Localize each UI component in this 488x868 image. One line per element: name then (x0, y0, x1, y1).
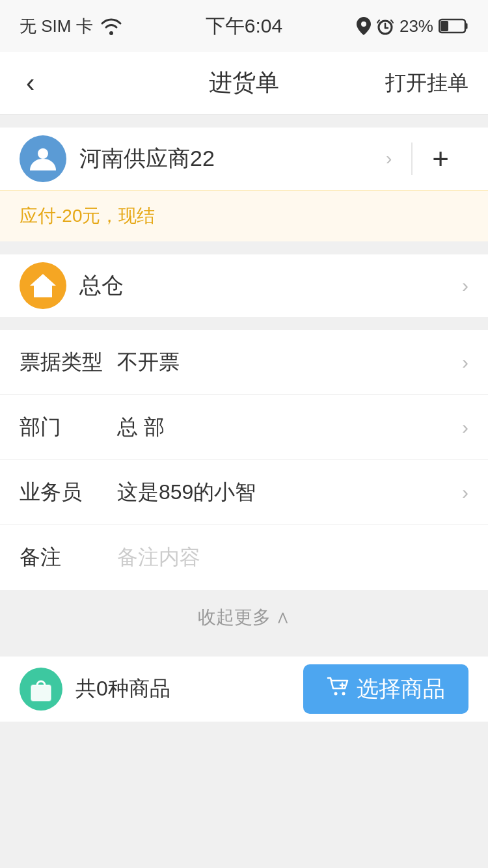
svg-point-5 (38, 148, 48, 159)
status-left: 无 SIM 卡 (20, 15, 123, 38)
gray-fill (0, 722, 488, 868)
cart-icon (327, 677, 350, 701)
select-product-label: 选择商品 (357, 674, 445, 704)
invoice-type-label: 票据类型 (20, 348, 104, 377)
notice-text: 应付-20元，现结 (20, 206, 155, 226)
department-row[interactable]: 部门 总 部 › (0, 395, 488, 460)
collapse-label: 收起更多 ∧ (198, 605, 291, 630)
salesperson-row[interactable]: 业务员 这是859的小智 › (0, 460, 488, 525)
status-time: 下午6:04 (206, 13, 282, 40)
collapse-bar[interactable]: 收起更多 ∧ (0, 591, 488, 644)
open-pending-button[interactable]: 打开挂单 (385, 69, 468, 98)
warehouse-icon-wrap (20, 262, 66, 309)
salesperson-chevron-icon: › (462, 481, 468, 504)
alarm-icon (376, 17, 394, 35)
page-title: 进货单 (209, 67, 279, 99)
svg-point-12 (342, 692, 346, 696)
svg-rect-4 (441, 21, 448, 31)
department-value: 总 部 (117, 413, 462, 442)
content: 河南供应商22 › + 应付-20元，现结 总仓 › 票据类型 不开票 › (0, 128, 488, 868)
person-icon (29, 144, 57, 173)
select-product-button[interactable]: 选择商品 (303, 664, 468, 714)
back-button[interactable]: ‹ (20, 62, 41, 104)
warehouse-row[interactable]: 总仓 › (0, 254, 488, 317)
product-icon-wrap (20, 668, 62, 711)
nav-bar: ‹ 进货单 打开挂单 (0, 52, 488, 115)
svg-rect-10 (31, 685, 51, 701)
salesperson-label: 业务员 (20, 478, 104, 507)
battery-text: 23% (400, 16, 433, 36)
bottom-bar: 共0种商品 选择商品 (0, 657, 488, 722)
department-label: 部门 (20, 413, 104, 442)
salesperson-value: 这是859的小智 (117, 478, 462, 507)
battery-icon (439, 18, 468, 34)
wifi-icon (100, 17, 123, 35)
location-icon (357, 17, 371, 35)
product-icon (28, 676, 54, 702)
warehouse-name: 总仓 (79, 271, 462, 301)
supplier-name: 河南供应商22 (79, 144, 386, 174)
supplier-section: 河南供应商22 › + 应付-20元，现结 (0, 128, 488, 241)
form-section: 票据类型 不开票 › 部门 总 部 › 业务员 这是859的小智 › 备注 备注… (0, 330, 488, 590)
supplier-chevron-icon: › (386, 148, 392, 169)
warehouse-chevron-icon: › (462, 275, 468, 297)
invoice-type-row[interactable]: 票据类型 不开票 › (0, 330, 488, 395)
cart-svg (327, 677, 350, 696)
warehouse-icon (29, 271, 57, 300)
svg-point-11 (334, 692, 338, 696)
supplier-avatar (20, 135, 66, 182)
carrier-text: 无 SIM 卡 (20, 15, 93, 38)
invoice-type-value: 不开票 (117, 348, 462, 377)
supplier-row[interactable]: 河南供应商22 › + (0, 128, 488, 190)
remark-label: 备注 (20, 543, 104, 572)
add-button[interactable]: + (413, 142, 468, 175)
notice-bar: 应付-20元，现结 (0, 190, 488, 241)
remark-value: 备注内容 (117, 543, 468, 572)
remark-row[interactable]: 备注 备注内容 (0, 525, 488, 590)
status-right: 23% (357, 16, 468, 36)
invoice-type-chevron-icon: › (462, 351, 468, 373)
department-chevron-icon: › (462, 416, 468, 439)
status-bar: 无 SIM 卡 下午6:04 23% (0, 0, 488, 52)
svg-rect-7 (39, 290, 47, 297)
product-count: 共0种商品 (75, 675, 303, 703)
